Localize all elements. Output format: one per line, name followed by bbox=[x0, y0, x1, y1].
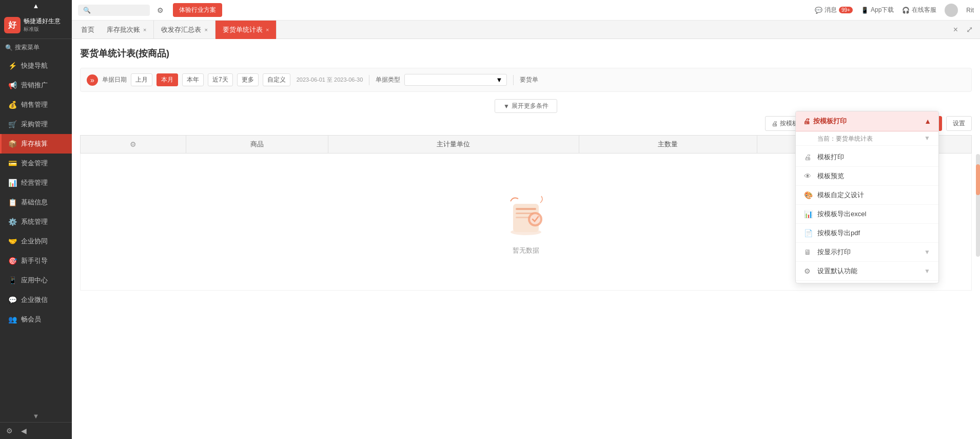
order-type-label: 要货单 bbox=[520, 75, 538, 84]
sidebar-item-purchase[interactable]: 🛒 采购管理 bbox=[0, 114, 72, 134]
tab-close-receipt-summary[interactable]: × bbox=[204, 27, 207, 33]
set-default-arrow-icon: ▼ bbox=[924, 268, 930, 275]
settings-button[interactable]: 设置 bbox=[946, 116, 972, 131]
dropdown-item-export-excel[interactable]: 📊 按模板导出excel bbox=[796, 205, 938, 224]
sidebar-item-marketing[interactable]: 📢 营销推广 bbox=[0, 75, 72, 95]
dropdown-item-template-design[interactable]: 🎨 模板自定义设计 bbox=[796, 186, 938, 205]
sidebar-item-sales[interactable]: 💰 销售管理 bbox=[0, 95, 72, 114]
purchase-icon: 🛒 bbox=[8, 120, 17, 128]
dropdown-item-template-print[interactable]: 🖨 模板打印 bbox=[796, 148, 938, 167]
print-dropdown-popup: 🖨 按模板打印 ▲ 当前：要货单统计表 ▼ 🖨 模板打印 👁 模板预览 bbox=[795, 111, 939, 283]
filter-divider bbox=[369, 75, 369, 85]
sidebar-settings-icon[interactable]: ⚙ bbox=[6, 427, 13, 435]
date-custom-button[interactable]: 自定义 bbox=[263, 73, 290, 86]
dropdown-close-icon[interactable]: ▲ bbox=[924, 117, 931, 125]
display-print-icon: 🖥 bbox=[804, 248, 813, 256]
user-name: Rit bbox=[966, 7, 974, 14]
topbar-search[interactable]: 🔍 bbox=[78, 5, 150, 16]
sidebar-item-collaboration[interactable]: 🤝 企业协同 bbox=[0, 232, 72, 251]
sidebar-scroll-up[interactable]: ▲ bbox=[0, 0, 72, 12]
filter-divider-2 bbox=[513, 75, 514, 85]
enterprise-wechat-icon: 💬 bbox=[8, 296, 17, 304]
sidebar: ▲ 好 畅捷通好生意 标准版 🔍 搜索菜单 ⚡ 快捷导航 📢 营销推广 💰 销售… bbox=[0, 0, 72, 439]
table-settings-icon[interactable]: ⚙ bbox=[130, 140, 136, 148]
online-service-button[interactable]: 🎧 在线客服 bbox=[902, 6, 936, 14]
print-header-icon: 🖨 bbox=[803, 117, 810, 125]
sidebar-collapse-icon[interactable]: ◀ bbox=[21, 427, 27, 435]
collaboration-icon: 🤝 bbox=[8, 237, 17, 245]
app-logo-text: 畅捷通好生意 标准版 bbox=[24, 17, 61, 33]
sidebar-item-quick-nav[interactable]: ⚡ 快捷导航 bbox=[0, 56, 72, 75]
sidebar-footer: ⚙ ◀ bbox=[0, 422, 72, 439]
messages-button[interactable]: 💬 消息 99+ bbox=[815, 6, 853, 14]
dropdown-current-label: 当前：要货单统计表 ▼ bbox=[796, 131, 938, 146]
sidebar-item-system[interactable]: ⚙️ 系统管理 bbox=[0, 212, 72, 232]
template-preview-icon: 👁 bbox=[804, 172, 813, 180]
sidebar-item-operations[interactable]: 📊 经营管理 bbox=[0, 173, 72, 193]
export-excel-icon: 📊 bbox=[804, 210, 813, 218]
sales-icon: 💰 bbox=[8, 101, 17, 109]
tab-close-order-stats[interactable]: × bbox=[266, 27, 269, 33]
tab-close-batch-account[interactable]: × bbox=[143, 27, 146, 33]
topbar-settings-icon[interactable]: ⚙ bbox=[154, 5, 167, 15]
topbar: 🔍 ⚙ 体验行业方案 💬 消息 99+ 📱 App下载 🎧 在线客服 Rit bbox=[72, 0, 980, 21]
expand-more-conditions-button[interactable]: ▼ 展开更多条件 bbox=[495, 99, 557, 113]
tab-home[interactable]: 首页 bbox=[76, 21, 100, 39]
topbar-search-icon: 🔍 bbox=[83, 7, 91, 14]
sidebar-item-enterprise-wechat[interactable]: 💬 企业微信 bbox=[0, 290, 72, 310]
tab-order-stats[interactable]: 要货单统计表 × bbox=[215, 21, 277, 39]
tab-receipt-summary[interactable]: 收发存汇总表 × bbox=[154, 21, 215, 39]
dropdown-item-display-print[interactable]: 🖥 按显示打印 ▼ bbox=[796, 243, 938, 262]
dropdown-item-export-pdf[interactable]: 📄 按模板导出pdf bbox=[796, 224, 938, 243]
date-range-text: 2023-06-01 至 2023-06-30 bbox=[297, 76, 363, 84]
empty-text: 暂无数据 bbox=[513, 246, 539, 255]
members-icon: 👥 bbox=[8, 315, 17, 323]
tab-maximize-icon[interactable]: ⤢ bbox=[963, 24, 976, 35]
tab-batch-account[interactable]: 库存批次账 × bbox=[100, 21, 154, 39]
app-logo-icon: 好 bbox=[4, 17, 21, 33]
doc-type-chevron-icon: ▼ bbox=[496, 76, 502, 84]
date-prev-month-button[interactable]: 上月 bbox=[131, 73, 152, 86]
date-current-year-button[interactable]: 本年 bbox=[182, 73, 204, 86]
table-header-quantity: 主数量 bbox=[579, 136, 757, 154]
headset-icon: 🎧 bbox=[902, 7, 910, 14]
sidebar-search-menu[interactable]: 🔍 搜索菜单 bbox=[0, 39, 72, 56]
sidebar-scroll-down[interactable]: ▼ bbox=[0, 410, 72, 422]
app-download-button[interactable]: 📱 App下载 bbox=[861, 6, 894, 14]
right-scrollbar[interactable] bbox=[976, 154, 980, 257]
marketing-icon: 📢 bbox=[8, 81, 17, 89]
industry-solution-button[interactable]: 体验行业方案 bbox=[173, 3, 222, 17]
sidebar-item-finance[interactable]: 💳 资金管理 bbox=[0, 154, 72, 173]
page-title: 要货单统计表(按商品) bbox=[80, 47, 972, 60]
sidebar-item-members[interactable]: 👥 畅会员 bbox=[0, 310, 72, 329]
filter-bar: » 单据日期 上月 本月 本年 近7天 更多 自定义 2023-06-01 至 … bbox=[80, 68, 972, 92]
table-header-unit: 主计量单位 bbox=[328, 136, 579, 154]
sidebar-item-guide[interactable]: 🎯 新手引导 bbox=[0, 251, 72, 271]
export-pdf-icon: 📄 bbox=[804, 229, 813, 237]
set-default-icon: ⚙ bbox=[804, 267, 813, 275]
sidebar-item-inventory[interactable]: 📦 库存核算 bbox=[0, 134, 72, 154]
tabs-right-controls: × ⤢ bbox=[950, 24, 976, 35]
doc-type-filter-label: 单据类型 bbox=[376, 75, 400, 84]
dropdown-header: 🖨 按模板打印 ▲ bbox=[796, 111, 938, 131]
tab-window-close-icon[interactable]: × bbox=[950, 24, 961, 35]
date-more-button[interactable]: 更多 bbox=[237, 73, 259, 86]
sidebar-item-basic-info[interactable]: 📋 基础信息 bbox=[0, 193, 72, 212]
doc-type-select[interactable]: ▼ bbox=[404, 74, 507, 86]
sidebar-item-app-center[interactable]: 📱 应用中心 bbox=[0, 271, 72, 290]
date-last7-button[interactable]: 近7天 bbox=[208, 73, 233, 86]
expand-more-icon: ▼ bbox=[503, 103, 509, 110]
dropdown-current-arrow: ▼ bbox=[924, 135, 930, 142]
template-print-icon: 🖨 bbox=[804, 153, 813, 161]
scrollbar-thumb[interactable] bbox=[976, 164, 980, 195]
user-avatar[interactable] bbox=[945, 4, 958, 17]
dropdown-item-set-default[interactable]: ⚙ 设置默认功能 ▼ bbox=[796, 262, 938, 281]
inventory-icon: 📦 bbox=[8, 140, 17, 148]
table-header-settings[interactable]: ⚙ bbox=[81, 136, 186, 154]
dropdown-item-template-preview[interactable]: 👁 模板预览 bbox=[796, 167, 938, 186]
main-content: 🔍 ⚙ 体验行业方案 💬 消息 99+ 📱 App下载 🎧 在线客服 Rit bbox=[72, 0, 980, 439]
guide-icon: 🎯 bbox=[8, 257, 17, 265]
date-current-month-button[interactable]: 本月 bbox=[156, 73, 178, 86]
filter-expand-button[interactable]: » bbox=[87, 74, 98, 86]
empty-illustration bbox=[500, 188, 552, 240]
